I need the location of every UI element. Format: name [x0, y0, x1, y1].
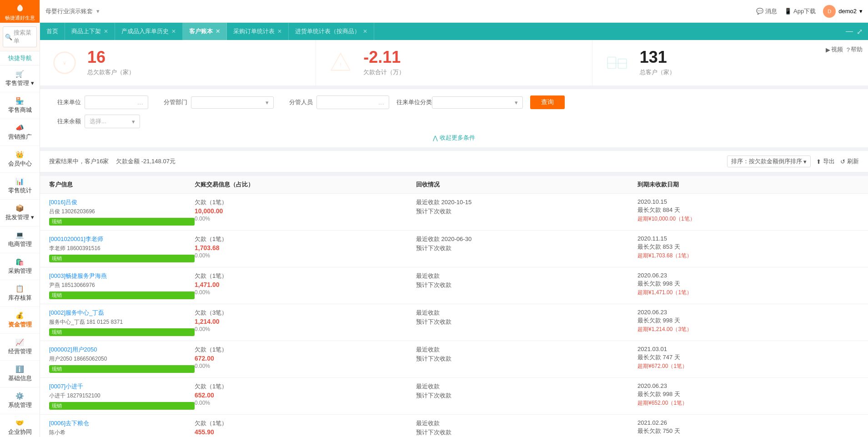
customer-name-4[interactable]: [000002]用户2050 [49, 346, 195, 354]
table-row-inner: [0016]吕俊 吕俊 13026203696 现销 欠款（1笔） 10,000… [40, 194, 868, 230]
table-row-inner: [0006]去下粮仓 陈小希 现销 欠款（1笔） 455.90 0.00% 最近… [40, 415, 868, 437]
app-download-button[interactable]: 📱 App下载 [784, 7, 816, 15]
customer-tag-3: 现销 [49, 328, 195, 336]
recovery-date-1: 最近收款 2020-06-30 [416, 235, 637, 243]
customer-name-5[interactable]: [0007]小进千 [49, 382, 195, 391]
message-label: 消息 [765, 7, 777, 15]
search-menu-button[interactable]: 🔍搜索菜单 [3, 26, 37, 47]
tab-customer-ledger[interactable]: 客户账本 ✕ [183, 23, 227, 40]
sidebar-item-purchase[interactable]: 🛍️ 采购管理 [0, 253, 40, 280]
table-header: 客户信息 欠账交易信息（占比） 回收情况 到期未收款日期 [40, 176, 868, 194]
sidebar-item-ecommerce[interactable]: 💻 电商管理 [0, 226, 40, 253]
sidebar-item-collab[interactable]: 🤝 企业协同 [0, 414, 40, 437]
tab-close-icon[interactable]: ✕ [104, 28, 108, 35]
results-summary: 搜索结果中，客户16家 欠款金额 -21,148.07元 [49, 157, 176, 166]
overdue-link-5[interactable]: 超期¥652.00（1笔） [637, 399, 859, 407]
tabs-minimize-icon[interactable]: — [846, 27, 853, 35]
tab-purchase-order-stats[interactable]: 采购订单统计表 ✕ [227, 23, 289, 40]
sidebar-item-label: 库存核算 [8, 294, 32, 302]
debt-total-value: -2.11 [363, 49, 405, 65]
tab-close-icon[interactable]: ✕ [277, 28, 282, 35]
overdue-link-2[interactable]: 超期¥1,471.00（1笔） [637, 289, 859, 296]
collapse-row: ⋀ 收起更多条件 [49, 132, 859, 146]
due-date-2: 2020.06.23 [637, 272, 859, 279]
debt-ratio-1: 0.00% [195, 252, 416, 259]
tab-close-icon[interactable]: ✕ [171, 28, 176, 35]
help-button[interactable]: ? 帮助 [847, 45, 863, 54]
filter-label-person: 分管人员 [281, 98, 313, 106]
sidebar-item-basic-info[interactable]: ℹ️ 基础信息 [0, 361, 40, 387]
debt-amount-4: 672.00 [195, 355, 416, 362]
debt-customers-icon: ¥ [51, 49, 78, 76]
filter-label-supplier: 往来单位 [49, 98, 81, 106]
table-row-inner: [0007]小进千 小进千 18279152100 现销 欠款（1笔） 652.… [40, 378, 868, 414]
tabs-expand-icon[interactable]: ⤢ [857, 27, 863, 36]
export-label: 导出 [823, 157, 835, 166]
debt-info-4: 欠款（1笔） 672.00 0.00% [195, 346, 416, 373]
sidebar-item-system[interactable]: ⚙️ 系统管理 [0, 387, 40, 414]
overdue-info-2: 2020.06.23 最长欠款 998 天 超期¥1,471.00（1笔） [637, 272, 859, 299]
sidebar-item-membership[interactable]: 👑 会员中心 [0, 146, 40, 173]
sidebar-item-inventory[interactable]: 📋 库存核算 [0, 280, 40, 307]
overdue-link-4[interactable]: 超期¥672.00（1笔） [637, 362, 859, 370]
due-date-4: 2021.03.01 [637, 346, 859, 352]
collapse-button[interactable]: ⋀ 收起更多条件 [433, 134, 475, 142]
tab-home[interactable]: 首页 [40, 23, 65, 40]
debt-count-1: 欠款（1笔） [195, 235, 416, 243]
sidebar-item-finance[interactable]: 💰 资金管理 [0, 307, 40, 334]
filter-supplier: 往来单位 ... [49, 95, 148, 109]
video-button[interactable]: ▶ 视频 [826, 45, 843, 54]
export-button[interactable]: ⬆ 导出 [816, 157, 835, 166]
tab-close-icon[interactable]: ✕ [216, 28, 220, 35]
tab-close-icon[interactable]: ✕ [363, 28, 367, 35]
user-menu[interactable]: D demo2 ▾ [823, 5, 863, 18]
col-header-recovery: 回收情况 [416, 181, 637, 189]
customer-name-2[interactable]: [0003]畅捷服务尹海燕 [49, 272, 195, 280]
search-button[interactable]: 查询 [530, 95, 565, 109]
filter-dept-select[interactable]: ▾ [191, 96, 274, 109]
refresh-button[interactable]: ↺ 刷新 [840, 157, 859, 166]
sidebar-item-retail-mgmt[interactable]: 🛒 零售管理 ▾ [0, 65, 40, 92]
purchase-icon: 🛍️ [15, 258, 24, 266]
customer-info-2: [0003]畅捷服务尹海燕 尹燕 18513066976 现销 [49, 272, 195, 299]
filter-person-input[interactable]: ... [316, 95, 389, 109]
debt-count-2: 欠款（1笔） [195, 272, 416, 280]
filter-balance-select[interactable]: 选择... ▾ [85, 115, 140, 128]
debt-ratio-2: 0.00% [195, 289, 416, 296]
tab-product-onoff[interactable]: 商品上下架 ✕ [65, 23, 115, 40]
message-icon: 💬 [756, 8, 763, 15]
overdue-info-5: 2020.06.23 最长欠款 998 天 超期¥652.00（1笔） [637, 382, 859, 410]
overdue-link-0[interactable]: 超期¥10,000.00（1笔） [637, 215, 859, 223]
overdue-link-3[interactable]: 超期¥1,214.00（3笔） [637, 326, 859, 333]
sidebar-item-retail-stats[interactable]: 📊 零售统计 [0, 173, 40, 200]
sidebar-item-operations[interactable]: 📈 经营管理 [0, 334, 40, 361]
main-area: 母婴行业演示账套 ▾ 💬 消息 📱 App下载 D demo2 ▾ 首页 商品上… [40, 0, 868, 437]
tab-purchase-stats-by-product[interactable]: 进货单统计表（按商品） ✕ [289, 23, 374, 40]
sort-label: 排序：按欠款金额倒序排序 [731, 157, 802, 166]
filter-supplier-input[interactable]: ... [85, 95, 148, 109]
message-button[interactable]: 💬 消息 [756, 7, 777, 15]
filter-category-select[interactable]: ▾ [432, 96, 523, 109]
tab-product-history[interactable]: 产成品入库单历史 ✕ [115, 23, 183, 40]
svg-rect-6 [607, 63, 627, 64]
sort-select[interactable]: 排序：按欠款金额倒序排序 ▾ [727, 156, 811, 167]
overdue-link-1[interactable]: 超期¥1,703.68（1笔） [637, 252, 859, 260]
customer-name-6[interactable]: [0006]去下粮仓 [49, 419, 195, 427]
customer-tag-5: 现销 [49, 402, 195, 410]
customer-info-0: [0016]吕俊 吕俊 13026203696 现销 [49, 198, 195, 226]
quick-nav[interactable]: 快捷导航 [0, 51, 40, 65]
customer-name-1[interactable]: [0001020001]李老师 [49, 235, 195, 243]
customer-name-0[interactable]: [0016]吕俊 [49, 198, 195, 206]
sidebar-item-marketing[interactable]: 📣 营销推广 [0, 119, 40, 146]
recovery-info-4: 最近收款 预计下次收款 [416, 346, 637, 373]
sidebar-item-label: 经营管理 [8, 347, 32, 356]
debt-count-3: 欠款（3笔） [195, 309, 416, 317]
customer-name-3[interactable]: [0002]服务中心_丁磊 [49, 309, 195, 317]
table-row-inner: [0003]畅捷服务尹海燕 尹燕 18513066976 现销 欠款（1笔） 1… [40, 267, 868, 304]
results-summary-text: 搜索结果中，客户16家 [49, 158, 109, 165]
sidebar-item-retail-mall[interactable]: 🏪 零售商城 [0, 92, 40, 119]
table-row-inner: [0001020001]李老师 李老师 18600391516 现销 欠款（1笔… [40, 231, 868, 267]
recovery-info-5: 最近收款 预计下次收款 [416, 382, 637, 410]
sidebar-item-wholesale[interactable]: 📦 批发管理 ▾ [0, 200, 40, 226]
filter-dots-icon: ... [137, 98, 143, 106]
